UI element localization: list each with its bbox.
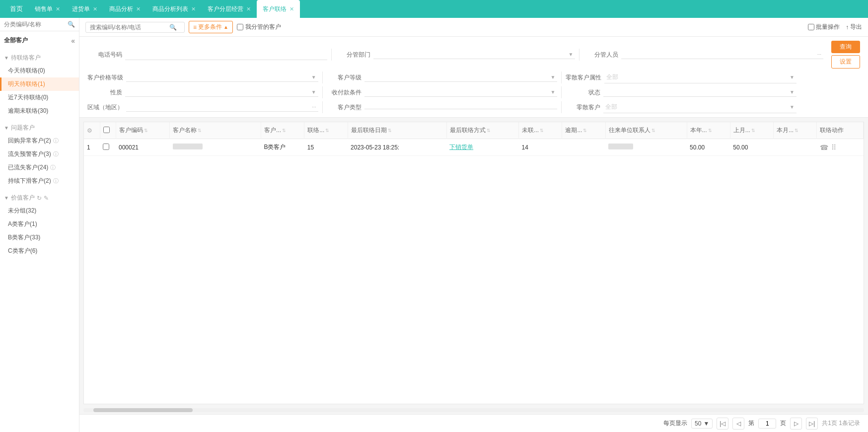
sidebar-search-input[interactable] — [4, 21, 68, 28]
dept-select[interactable]: ▼ — [373, 50, 576, 59]
close-customer-tier-tab[interactable]: ✕ — [246, 6, 251, 12]
col-last-date: 最后联络日期 ⇅ — [348, 122, 446, 139]
export-button[interactable]: ↑ 导出 — [846, 23, 862, 31]
sidebar-item-b-class[interactable]: B类客户(33) — [0, 231, 79, 244]
customer-grade-label: 客户等级 — [327, 73, 362, 82]
col-last-method: 最后联络方式 ⇅ — [446, 122, 518, 139]
filter-divider-2 — [579, 49, 579, 61]
page-number-input[interactable] — [758, 419, 776, 429]
table-scrollbar[interactable] — [83, 408, 864, 412]
row-no: 1 — [84, 139, 100, 156]
row-last-method: 下销货单 — [446, 139, 518, 156]
col-this-year: 本年... ⇅ — [687, 122, 730, 139]
sidebar-search-icon[interactable]: 🔍 — [68, 21, 75, 28]
sidebar-item-churned[interactable]: 已流失客户(24) ⓘ — [0, 161, 79, 174]
reset-button[interactable]: 设置 — [831, 55, 860, 69]
nav-tab-analysis-list[interactable]: 商品分析列表 ✕ — [146, 0, 202, 18]
last-method-link[interactable]: 下销货单 — [449, 144, 473, 150]
batch-checkbox[interactable] — [808, 24, 814, 30]
col-checkbox — [100, 122, 116, 139]
sidebar-item-ungroup[interactable]: 未分组(32) — [0, 204, 79, 217]
group-arrow-icon: ▼ — [4, 55, 9, 61]
close-customer-contact-tab[interactable]: ✕ — [289, 6, 294, 12]
sidebar-group-value-title[interactable]: ▼ 价值客户 ↻ ✎ — [0, 192, 79, 204]
sidebar-item-repurchase-abnormal[interactable]: 回购异常客户(2) ⓘ — [0, 134, 79, 147]
main-search-icon[interactable]: 🔍 — [169, 24, 177, 31]
region-select[interactable]: ··· — [126, 103, 318, 112]
refresh-icon[interactable]: ↻ — [37, 195, 42, 202]
prev-page-button[interactable]: ◁ — [732, 418, 744, 430]
row-last-date: 2023-05-23 18:25: — [348, 139, 446, 156]
nav-tab-purchase[interactable]: 进货单 ✕ — [66, 0, 103, 18]
last-page-button[interactable]: ▷| — [806, 418, 818, 430]
nav-home[interactable]: 首页 — [4, 0, 29, 18]
nav-tab-customer-tier[interactable]: 客户分层经营 ✕ — [202, 0, 257, 18]
batch-op-button[interactable]: 批量操作 — [808, 23, 840, 31]
customer-grade-select[interactable]: ▼ — [364, 73, 558, 82]
query-button[interactable]: 查询 — [831, 41, 860, 53]
row-name — [170, 139, 261, 156]
status-select[interactable]: ▼ — [603, 88, 796, 97]
more-filter-button[interactable]: ≡ 更多条件 ▲ — [189, 21, 233, 33]
uncontacted-sort-icon: ⇅ — [540, 128, 544, 133]
row-overdue — [562, 139, 605, 156]
filter-divider-8 — [561, 101, 562, 113]
sidebar-group-pending-title[interactable]: ▼ 待联络客户 — [0, 52, 79, 64]
my-customers-checkbox-label[interactable]: 我分管的客户 — [237, 23, 281, 31]
sidebar-item-today[interactable]: 今天待联络(0) — [0, 64, 79, 77]
group-arrow-icon2: ▼ — [4, 125, 9, 131]
sidebar-item-overdue[interactable]: 逾期未联络(30) — [0, 104, 79, 118]
nav-tab-customer-contact[interactable]: 客户联络 ✕ — [257, 0, 300, 18]
edit-icon[interactable]: ✎ — [44, 195, 49, 202]
phone-input[interactable] — [125, 50, 327, 60]
sidebar-item-7days[interactable]: 近7天待联络(0) — [0, 91, 79, 104]
action-grid-icon[interactable]: ⠿ — [831, 144, 836, 151]
page-size-select[interactable]: 50 ▼ — [691, 419, 713, 429]
sidebar-item-a-class[interactable]: A类客户(1) — [0, 217, 79, 231]
filter-status: 状态 ▼ — [566, 88, 796, 97]
customer-type-select[interactable] — [364, 106, 558, 109]
table-scroll-thumb[interactable] — [93, 408, 193, 412]
close-analysis-tab[interactable]: ✕ — [136, 6, 141, 12]
filter-row-4: 区域（地区） ··· 客户类型 零散客户 — [87, 101, 860, 113]
nav-tab-analysis[interactable]: 商品分析 ✕ — [103, 0, 146, 18]
filter-row-1: 电话号码 分管部门 ▼ 分管人员 ··· — [87, 41, 860, 69]
filter-row-3: 性质 ▼ 收付款条件 ▼ 状态 — [87, 86, 860, 98]
payment-select[interactable]: ▼ — [364, 88, 558, 97]
settings-icon[interactable]: ⚙ — [87, 127, 92, 134]
select-all-checkbox[interactable] — [103, 127, 110, 133]
sidebar-item-churn-warning[interactable]: 流失预警客户(3) ⓘ — [0, 147, 79, 161]
col-type: 客户... ⇅ — [261, 122, 304, 139]
name-sort-icon: ⇅ — [198, 128, 202, 133]
sidebar-item-declining[interactable]: 持续下滑客户(2) ⓘ — [0, 174, 79, 188]
sidebar-item-tomorrow[interactable]: 明天待联络(1) — [0, 77, 79, 91]
nav-tab-sales[interactable]: 销售单 ✕ — [29, 0, 66, 18]
sidebar-all-customers[interactable]: 全部客户 « — [0, 33, 79, 48]
sidebar-group-problem-title[interactable]: ▼ 问题客户 — [0, 122, 79, 134]
cv-caret-icon: ▼ — [311, 74, 316, 80]
retail-attr-select[interactable]: 全部 ▼ — [604, 72, 796, 83]
tm-sort-icon: ⇅ — [795, 128, 798, 133]
person-select[interactable]: ··· — [621, 50, 823, 59]
row-uncontacted: 14 — [519, 139, 562, 156]
info-icon4: ⓘ — [53, 177, 59, 185]
first-page-button[interactable]: |◁ — [717, 418, 728, 430]
row-select-checkbox[interactable] — [103, 144, 109, 150]
next-page-button[interactable]: ▷ — [790, 418, 802, 430]
main-search-input[interactable] — [90, 24, 169, 31]
sidebar-item-c-class[interactable]: C类客户(6) — [0, 244, 79, 258]
nature-select[interactable]: ▼ — [125, 88, 318, 97]
retail-customer-select[interactable]: 全部 ▼ — [603, 101, 796, 113]
close-purchase-tab[interactable]: ✕ — [93, 6, 97, 12]
filter-customer-type: 客户类型 — [327, 103, 558, 112]
customer-value-select[interactable]: ▼ — [126, 73, 318, 82]
sidebar-all-section: 全部客户 « — [0, 31, 79, 50]
my-customers-checkbox[interactable] — [237, 24, 243, 30]
method-sort-icon: ⇅ — [487, 128, 491, 133]
action-phone-icon[interactable]: ☎ — [820, 144, 828, 151]
close-analysis-list-tab[interactable]: ✕ — [191, 6, 196, 12]
export-icon: ↑ — [846, 24, 849, 31]
row-this-month — [774, 139, 817, 156]
filter-divider-6 — [561, 86, 562, 98]
close-sales-tab[interactable]: ✕ — [56, 6, 60, 12]
